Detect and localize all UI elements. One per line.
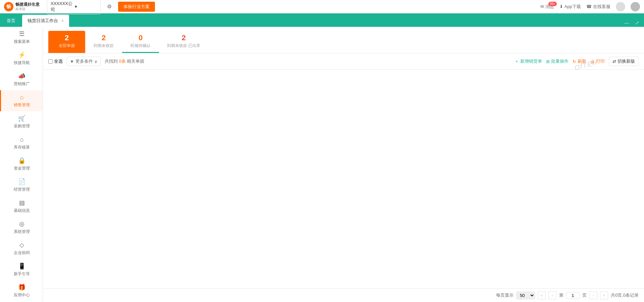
select-all-input[interactable] <box>48 59 53 64</box>
switch-label: 切换新版 <box>618 58 635 64</box>
add-label: 新增销货单 <box>520 58 542 64</box>
toolbar-right: ＋ 新增销货单 ⊞ 批量操作 ↻ 刷新 🖨 打印 ⇄ 切换新版 <box>515 57 639 66</box>
online-service-button[interactable]: ☎ 在线客服 <box>586 4 610 10</box>
page-of-label: 页 <box>582 292 587 298</box>
sidebar-inventory-label: 库存核算 <box>14 144 30 150</box>
select-all-label: 全选 <box>54 58 63 64</box>
sidebar-item-purchase[interactable]: 🛒 采购管理 <box>0 111 43 132</box>
stat-label-all: 全部单据 <box>59 43 75 49</box>
base-info-icon: ▤ <box>18 199 25 206</box>
page-input[interactable] <box>566 292 580 299</box>
print-button[interactable]: 🖨 打印 <box>590 58 605 64</box>
sidebar-item-base-info[interactable]: ▤ 基础信息 <box>0 196 43 217</box>
sidebar-item-quick-nav[interactable]: ⚡ 快捷导航 <box>0 48 43 69</box>
batch-label: 批量操作 <box>551 58 569 64</box>
user-avatar-2[interactable] <box>631 2 640 11</box>
page-prev-button[interactable]: ‹ <box>548 291 556 299</box>
switch-version-button[interactable]: ⇄ 切换新版 <box>609 57 639 66</box>
refresh-label: 刷新 <box>578 58 586 64</box>
stat-num-overdue-unpaid: 2 <box>102 34 106 42</box>
inventory-icon: ⌂ <box>18 136 25 143</box>
search-menu-icon: ☰ <box>18 30 25 38</box>
per-page-label: 每页显示 <box>496 292 514 298</box>
page-last-button[interactable]: » <box>600 291 608 299</box>
sidebar-quick-nav-label: 快捷导航 <box>14 60 30 66</box>
stat-tab-all[interactable]: 2 全部单据 <box>48 31 85 53</box>
stat-tab-overdue-unpaid[interactable]: 2 到期未收款 <box>85 31 122 53</box>
tab-bar: 首页 钱货日清工作台 × — ⤢ <box>0 13 644 27</box>
stat-tabs: 2 全部单据 2 到期未收款 0 旺辅待确认 2 到期未收款 已出库 <box>48 31 639 53</box>
messages-badge: 99+ <box>548 2 557 6</box>
app-download-button[interactable]: ⬇ App下载 <box>559 4 581 10</box>
switch-icon: ⇄ <box>612 59 616 64</box>
select-all-checkbox[interactable]: 全选 <box>48 58 63 64</box>
found-prefix: 共找到 <box>105 59 118 64</box>
sidebar-sales-label: 销售管理 <box>14 102 30 108</box>
tab-minimize-button[interactable]: — <box>623 19 631 27</box>
sidebar-item-operations[interactable]: 📄 经营管理 <box>0 175 43 196</box>
purchase-icon: 🛒 <box>18 115 25 122</box>
filter-label: 更多条件 <box>75 58 93 64</box>
sidebar-purchase-label: 采购管理 <box>14 123 30 129</box>
per-page-select[interactable]: 10 20 50 100 <box>516 292 535 299</box>
sidebar-base-info-label: 基础信息 <box>14 208 30 214</box>
sidebar-item-cooperation[interactable]: ◇ 企业协同 <box>0 238 43 259</box>
add-sale-order-button[interactable]: ＋ 新增销货单 <box>515 58 542 64</box>
messages-button[interactable]: ✉ 消息 99+ <box>540 4 554 10</box>
main-content: 2 全部单据 2 到期未收款 0 旺辅待确认 2 到期未收款 已出库 <box>43 27 644 302</box>
logo-area: 畅 畅捷通好生意 标准版 <box>4 2 47 11</box>
sidebar-item-beginner[interactable]: 📱 新手引导 <box>0 259 43 280</box>
sidebar-item-sales[interactable]: ⌂ 销售管理 <box>0 90 43 111</box>
app-download-label: App下载 <box>565 4 581 10</box>
batch-icon: ⊞ <box>546 59 550 64</box>
refresh-button[interactable]: ↻ 刷新 <box>573 58 586 64</box>
page-label: 第 <box>559 292 564 298</box>
total-text: 共0页,0条记录 <box>611 292 639 298</box>
top-header: 畅 畅捷通好生意 标准版 XXXXXX公司 ▾ ⚙ 体验行业方案 ✉ 消息 99… <box>0 0 644 13</box>
stat-tab-pending-confirm[interactable]: 0 旺辅待确认 <box>122 31 159 53</box>
found-suffix: 相关单据 <box>127 59 144 64</box>
stat-num-all: 2 <box>65 34 69 42</box>
chevron-down-icon: ▾ <box>75 4 97 9</box>
stat-label-overdue-unpaid: 到期未收款 <box>94 43 114 49</box>
filter-dropdown-icon: ∨ <box>94 59 98 64</box>
stat-label-pending-confirm: 旺辅待确认 <box>130 43 151 49</box>
tab-home[interactable]: 首页 <box>0 15 22 27</box>
sidebar-item-marketing[interactable]: 📣 营销推广 <box>0 69 43 90</box>
user-avatar[interactable] <box>616 2 625 11</box>
quick-nav-icon: ⚡ <box>18 51 25 59</box>
stat-tab-overdue-unshipped[interactable]: 2 到期未收款 已出库 <box>159 31 208 53</box>
company-selector[interactable]: XXXXXX公司 ▾ <box>47 0 101 14</box>
tab-maximize-button[interactable]: ⤢ <box>633 19 641 27</box>
sidebar-cooperation-label: 企业协同 <box>14 250 30 256</box>
batch-operation-button[interactable]: ⊞ 批量操作 <box>546 58 569 64</box>
tab-workbench-label: 钱货日清工作台 <box>28 18 58 24</box>
beginner-icon: 📱 <box>18 262 25 270</box>
online-service-label: 在线客服 <box>593 4 610 10</box>
sidebar-item-finance[interactable]: 🔒 资金管理 <box>0 154 43 175</box>
marketing-icon: 📣 <box>18 72 25 80</box>
settings-button[interactable]: ⚙ <box>105 2 114 11</box>
sidebar-item-system[interactable]: ◎ 系统管理 <box>0 217 43 238</box>
trial-button[interactable]: 体验行业方案 <box>118 2 155 12</box>
sidebar-search-menu-label: 搜索菜单 <box>14 39 30 45</box>
sidebar-item-app-center[interactable]: 🎁 应用中心 <box>0 280 43 301</box>
tab-workbench[interactable]: 钱货日清工作台 × <box>22 15 69 27</box>
print-label: 打印 <box>596 58 605 64</box>
page-first-button[interactable]: « <box>538 291 546 299</box>
stat-tabs-container: 2 全部单据 2 到期未收款 0 旺辅待确认 2 到期未收款 已出库 <box>43 27 644 53</box>
page-next-button[interactable]: › <box>589 291 597 299</box>
tab-close-icon[interactable]: × <box>61 18 64 23</box>
service-icon: ☎ <box>586 4 592 9</box>
pagination: 每页显示 10 20 50 100 « ‹ 第 页 › » 共0页,0条记录 <box>43 288 644 302</box>
stat-num-overdue-unshipped: 2 <box>182 34 186 42</box>
sidebar-item-inventory[interactable]: ⌂ 库存核算 <box>0 132 43 154</box>
sidebar-item-search-menu[interactable]: ☰ 搜索菜单 <box>0 27 43 48</box>
filter-button[interactable]: ▼ 更多条件 ∨ <box>67 57 101 66</box>
sidebar-app-center-label: 应用中心 <box>14 292 30 298</box>
add-icon: ＋ <box>515 58 519 64</box>
tab-home-label: 首页 <box>7 18 15 24</box>
sidebar-finance-label: 资金管理 <box>14 166 30 171</box>
app-sub: 标准版 <box>15 7 40 11</box>
sidebar-operations-label: 经营管理 <box>14 187 30 192</box>
